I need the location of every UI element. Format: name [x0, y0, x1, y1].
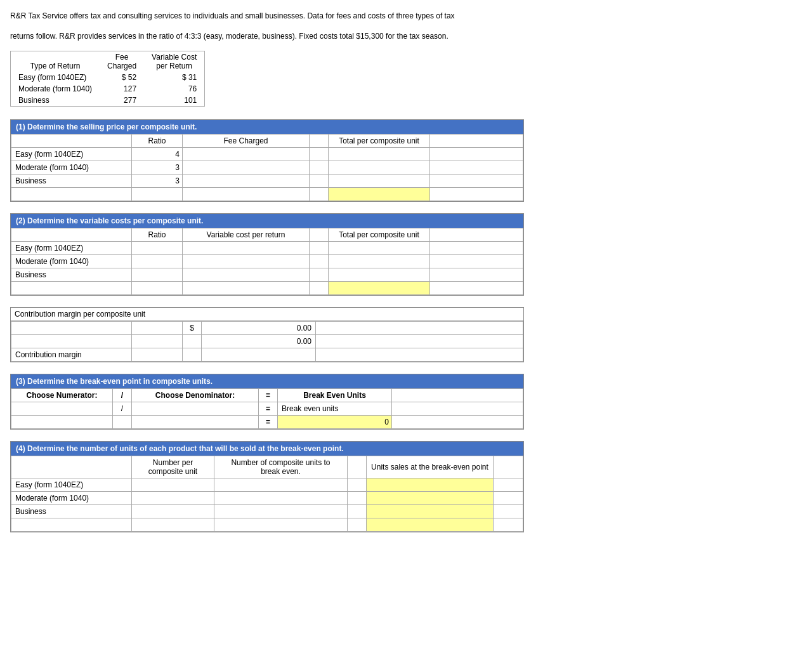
s4-row2-composite[interactable] [214, 492, 348, 505]
s4-row2-composite-input[interactable] [218, 494, 343, 503]
s2-row3-var-input[interactable] [187, 270, 305, 279]
s2-row1-var-input[interactable] [187, 244, 305, 253]
s4-row1-label: Easy (form 1040EZ) [11, 478, 132, 492]
s4-row3-units[interactable] [367, 505, 494, 518]
s3-row2-den[interactable] [132, 416, 259, 429]
s1-row3-fee-input[interactable] [187, 176, 305, 185]
s1-row3-total-input[interactable] [332, 176, 426, 185]
s1-row1-ratio: 4 [132, 148, 183, 161]
s1-row1-fee-input[interactable] [187, 150, 305, 159]
s4-row3-end [494, 505, 523, 518]
s3-row2-num-input[interactable] [15, 418, 108, 426]
s4-row2-spacer [348, 492, 367, 505]
s4-row4-units-input[interactable] [370, 520, 489, 529]
s2-row3-total[interactable] [329, 268, 430, 282]
s1-row1-end [430, 148, 523, 161]
s1-row1-total-input[interactable] [332, 150, 426, 159]
s4-row2-num[interactable] [132, 492, 214, 505]
s4-end-header [494, 456, 523, 478]
s4-row3-composite-input[interactable] [218, 507, 343, 516]
s1-ratio-header: Ratio [132, 135, 183, 148]
s2-row3-label: Business [11, 268, 132, 282]
section2-header: (2) Determine the variable costs per com… [11, 214, 523, 228]
s3-row1-den-input[interactable] [136, 404, 254, 413]
s2-sum-var [183, 282, 310, 295]
s2-empty-header [11, 228, 132, 242]
s2-row1-ratio[interactable] [132, 242, 183, 255]
s4-composite-header: Number of composite units tobreak even. [214, 456, 348, 478]
s4-row2-units-input[interactable] [370, 494, 489, 503]
s1-row1-fee[interactable] [183, 148, 310, 161]
cm-row2-col1[interactable] [11, 335, 132, 348]
cm-row2-col2-input[interactable] [136, 337, 178, 346]
s1-row3-total[interactable] [329, 175, 430, 188]
s4-row4-units[interactable] [367, 518, 494, 532]
s2-sum-total-input[interactable] [332, 284, 426, 293]
s2-row2-total-input[interactable] [332, 257, 426, 266]
s4-row1-num[interactable] [132, 478, 214, 492]
s3-result-value: 0 [278, 416, 392, 429]
s3-row1-den[interactable] [132, 402, 259, 416]
s1-row2-fee[interactable] [183, 161, 310, 175]
s4-row4-end [494, 518, 523, 532]
intro-col1-header: Type of Return [11, 51, 100, 72]
s1-row2-total[interactable] [329, 161, 430, 175]
s1-row3-fee[interactable] [183, 175, 310, 188]
s3-row1-result: Break even units [278, 402, 392, 416]
s4-row3-composite[interactable] [214, 505, 348, 518]
s2-row2-var-input[interactable] [187, 257, 305, 266]
s2-row2-total[interactable] [329, 255, 430, 268]
s2-row3-total-input[interactable] [332, 270, 426, 279]
s4-row1-units-input[interactable] [370, 480, 489, 489]
s2-row2-label: Moderate (form 1040) [11, 255, 132, 268]
s2-row3-var[interactable] [183, 268, 310, 282]
s2-row1-ratio-input[interactable] [136, 244, 178, 253]
s1-row2-total-input[interactable] [332, 163, 426, 172]
s2-sum-total[interactable] [329, 282, 430, 295]
s2-row1-total-input[interactable] [332, 244, 426, 253]
cm-row2-col2[interactable] [132, 335, 183, 348]
cm-row1-col2-input[interactable] [136, 324, 178, 333]
s3-row1-num-input[interactable] [15, 404, 108, 413]
s4-row3-num-input[interactable] [136, 507, 210, 516]
s4-row1-composite-input[interactable] [218, 480, 343, 489]
s3-row2-den-input[interactable] [136, 418, 254, 426]
s1-row1-spacer [310, 148, 329, 161]
s2-row1-var[interactable] [183, 242, 310, 255]
s4-row1-units[interactable] [367, 478, 494, 492]
s4-row1-num-input[interactable] [136, 480, 210, 489]
s3-row2-num[interactable] [11, 416, 113, 429]
cm-row1-col1[interactable] [11, 322, 132, 335]
s4-row3-units-input[interactable] [370, 507, 489, 516]
s1-row1-total[interactable] [329, 148, 430, 161]
s2-row3-spacer [310, 268, 329, 282]
s4-row3-num[interactable] [132, 505, 214, 518]
s2-row2-var[interactable] [183, 255, 310, 268]
s4-row2-num-input[interactable] [136, 494, 210, 503]
s1-fee-header: Fee Charged [183, 135, 310, 148]
s3-end [392, 389, 523, 402]
s1-sum-total-input[interactable] [332, 190, 426, 199]
s2-row1-total[interactable] [329, 242, 430, 255]
s1-sum-fee [183, 188, 310, 201]
intro-row3-fee: 277 [100, 95, 144, 107]
s4-row2-units[interactable] [367, 492, 494, 505]
s1-row2-fee-input[interactable] [187, 163, 305, 172]
intro-text-line2: returns follow. R&R provides services in… [10, 30, 556, 42]
cm-label-value[interactable] [202, 348, 316, 362]
s2-row2-ratio[interactable] [132, 255, 183, 268]
s4-row1-composite[interactable] [214, 478, 348, 492]
s1-sum-total[interactable] [329, 188, 430, 201]
s2-row3-ratio-input[interactable] [136, 270, 178, 279]
cm-row2-col1-input[interactable] [15, 337, 128, 346]
section1-header: (1) Determine the selling price per comp… [11, 120, 523, 134]
cm-row1-col2[interactable] [132, 322, 183, 335]
s2-row2-ratio-input[interactable] [136, 257, 178, 266]
s3-row1-num[interactable] [11, 402, 113, 416]
cm-row1-col1-input[interactable] [15, 324, 128, 333]
s1-row3-spacer [310, 175, 329, 188]
cm-label-value-input[interactable] [206, 350, 311, 359]
intro-row3-var: 101 [144, 95, 205, 107]
s2-row3-ratio[interactable] [132, 268, 183, 282]
section3-table: Choose Numerator: / Choose Denominator: … [11, 388, 523, 429]
